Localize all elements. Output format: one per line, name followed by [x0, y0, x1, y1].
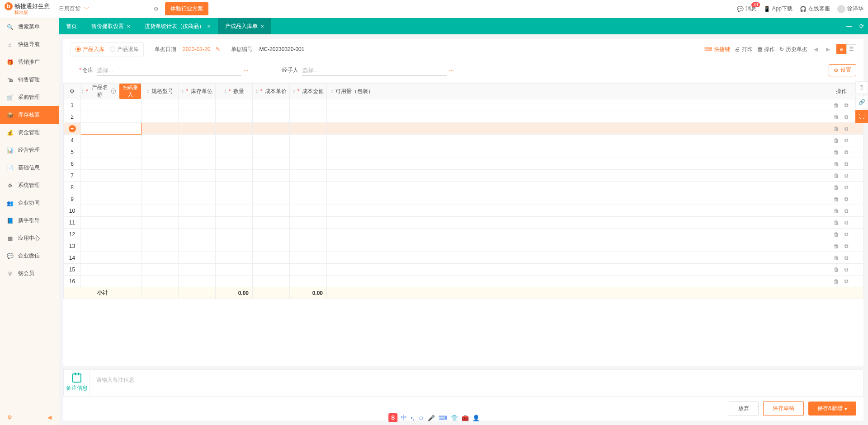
ime-punct-icon[interactable]: •,	[410, 415, 414, 421]
table-row[interactable]: 7 🗑⧉	[64, 170, 863, 182]
print-button[interactable]: 🖨打印	[735, 46, 753, 53]
messages-button[interactable]: 💬 消息 70	[737, 5, 756, 13]
rail-expand-button[interactable]: ⛶	[855, 110, 868, 123]
delete-icon[interactable]: 🗑	[834, 208, 839, 214]
tab-refresh-button[interactable]: ⟳	[855, 23, 868, 29]
warehouse-input[interactable]	[97, 65, 241, 76]
copy-icon[interactable]: ⧉	[844, 208, 849, 214]
shortcut-button[interactable]: ⌨快捷键	[704, 46, 730, 53]
table-row[interactable]: 15 🗑⧉	[64, 264, 863, 276]
sort-icon[interactable]: ▲▼	[330, 89, 334, 93]
discard-button[interactable]: 放弃	[729, 401, 759, 416]
header-gear-icon[interactable]: ⚙	[70, 88, 75, 94]
help-icon[interactable]: ?	[111, 89, 116, 94]
table-row[interactable]: 8 🗑⧉	[64, 182, 863, 193]
close-icon[interactable]: ✕	[127, 24, 130, 29]
delete-icon[interactable]: 🗑	[834, 114, 839, 120]
user-menu[interactable]: 徐泽华	[837, 5, 863, 13]
operate-button[interactable]: ▦操作	[757, 46, 775, 53]
sidebar-item-2[interactable]: 🎁营销推广	[0, 53, 59, 71]
sort-icon[interactable]: ▲▼	[146, 89, 150, 93]
view-list-button[interactable]: ≡	[836, 44, 846, 54]
sidebar-settings-icon[interactable]: ⚙	[7, 414, 12, 420]
sidebar-item-4[interactable]: 🛒采购管理	[0, 89, 59, 106]
ime-lang[interactable]: 中	[401, 414, 407, 422]
copy-icon[interactable]: ⧉	[844, 231, 849, 238]
ime-keyboard-icon[interactable]: ⌨	[439, 415, 447, 421]
sidebar-item-9[interactable]: ⚙系统管理	[0, 177, 59, 194]
copy-icon[interactable]: ⧉	[844, 114, 849, 120]
copy-icon[interactable]: ⧉	[844, 278, 849, 285]
save-draft-button[interactable]: 保存草稿	[763, 401, 804, 416]
copy-icon[interactable]: ⧉	[844, 149, 849, 155]
delete-icon[interactable]: 🗑	[834, 266, 839, 273]
table-row[interactable]: 14 🗑⧉	[64, 252, 863, 264]
delete-icon[interactable]: 🗑	[834, 102, 839, 108]
ime-sogou-icon[interactable]: S	[388, 413, 397, 422]
sort-icon[interactable]: ▲▼	[255, 89, 259, 93]
copy-icon[interactable]: ⧉	[844, 243, 849, 249]
copy-icon[interactable]: ⧉	[844, 255, 849, 261]
delete-icon[interactable]: 🗑	[834, 220, 839, 226]
prev-doc-button[interactable]: ◀	[812, 46, 820, 52]
tab-0[interactable]: 首页	[59, 18, 84, 34]
delete-icon[interactable]: 🗑	[834, 231, 839, 238]
add-row-button[interactable]: +	[69, 125, 76, 132]
delete-icon[interactable]: 🗑	[834, 149, 839, 155]
delete-icon[interactable]: 🗑	[834, 255, 839, 261]
ime-emoji-icon[interactable]: ☺	[418, 415, 424, 421]
ime-skin-icon[interactable]: 👕	[451, 415, 458, 421]
delete-icon[interactable]: 🗑	[834, 243, 839, 249]
table-row[interactable]: 11 🗑⧉	[64, 217, 863, 229]
table-row[interactable]: 5 🗑⧉	[64, 146, 863, 158]
remarks-input[interactable]	[90, 370, 863, 396]
view-card-button[interactable]: ☰	[846, 44, 856, 54]
sidebar-item-12[interactable]: ▦应用中心	[0, 229, 59, 247]
sidebar-item-6[interactable]: 💰资金管理	[0, 124, 59, 141]
table-row[interactable]: 16 🗑⧉	[64, 276, 863, 287]
sidebar-item-5[interactable]: 📦库存核算	[0, 106, 59, 124]
plan-button[interactable]: 体验行业方案	[165, 2, 208, 15]
delete-icon[interactable]: 🗑	[834, 137, 839, 144]
store-dropdown[interactable]: 日用百货 ﹀	[59, 5, 149, 13]
sidebar-item-8[interactable]: 📄基础信息	[0, 159, 59, 177]
sort-icon[interactable]: ▲▼	[81, 89, 84, 93]
copy-icon[interactable]: ⧉	[844, 196, 849, 202]
sidebar-item-3[interactable]: 🛍销售管理	[0, 71, 59, 89]
table-row[interactable]: 12 🗑⧉	[64, 229, 863, 240]
sidebar-item-10[interactable]: 👥企业协同	[0, 194, 59, 212]
copy-icon[interactable]: ⧉	[844, 184, 849, 191]
sidebar-item-14[interactable]: ♕畅会员	[0, 265, 59, 282]
handler-input[interactable]	[302, 65, 447, 76]
table-row[interactable]: 1 🗑⧉	[64, 99, 863, 111]
delete-icon[interactable]: 🗑	[834, 278, 839, 285]
sidebar-item-7[interactable]: 📊经营管理	[0, 141, 59, 159]
radio-product-in[interactable]: 产品入库	[75, 46, 104, 53]
tab-2[interactable]: 进货单统计表（按商品）✕	[137, 18, 218, 34]
ime-mic-icon[interactable]: 🎤	[428, 415, 435, 421]
table-row[interactable]: 9 🗑⧉	[64, 193, 863, 205]
date-value[interactable]: 2023-03-20	[183, 46, 210, 52]
sidebar-item-1[interactable]: ⌂快捷导航	[0, 36, 59, 53]
copy-icon[interactable]: ⧉	[844, 266, 849, 273]
table-row[interactable]: 4 🗑⧉	[64, 135, 863, 146]
scan-button[interactable]: 扫码录入	[119, 84, 141, 99]
tab-3[interactable]: 产成品入库单✕	[218, 18, 271, 34]
sidebar-item-0[interactable]: 🔍搜索菜单	[0, 18, 59, 36]
history-button[interactable]: ↻历史单据	[779, 46, 807, 53]
ime-toolbox-icon[interactable]: 🧰	[462, 415, 469, 421]
copy-icon[interactable]: ⧉	[844, 173, 849, 179]
copy-icon[interactable]: ⧉	[844, 102, 849, 108]
table-row[interactable]: 13 🗑⧉	[64, 240, 863, 252]
copy-icon[interactable]: ⧉	[844, 126, 849, 132]
app-download-button[interactable]: 📱 App下载	[764, 5, 793, 13]
table-row[interactable]: 2 🗑⧉	[64, 111, 863, 123]
delete-icon[interactable]: 🗑	[834, 184, 839, 191]
sidebar-item-13[interactable]: 💬企业微信	[0, 247, 59, 265]
header-gear-icon[interactable]: ⚙	[154, 6, 159, 12]
table-row[interactable]: + 🗑⧉	[64, 123, 863, 135]
delete-icon[interactable]: 🗑	[834, 161, 839, 167]
rail-note-button[interactable]: 🗒	[855, 81, 868, 94]
copy-icon[interactable]: ⧉	[844, 161, 849, 167]
handler-more-icon[interactable]: ⋯	[448, 67, 454, 74]
